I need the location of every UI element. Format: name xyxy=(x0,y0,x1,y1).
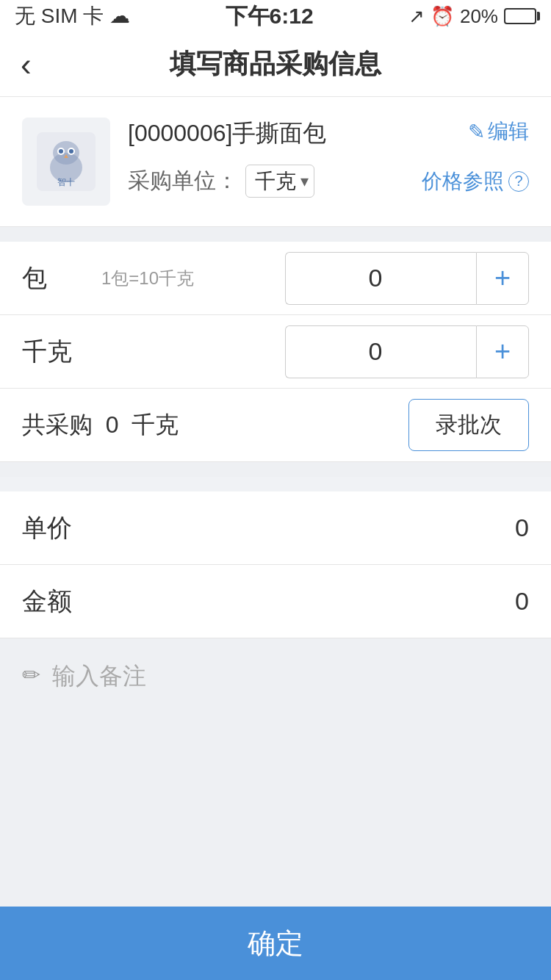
unit-price-row: 单价 0 xyxy=(0,491,551,565)
kg-input-row: 千克 + xyxy=(0,315,551,389)
unit-label: 采购单位： xyxy=(128,166,238,196)
svg-point-2 xyxy=(53,141,79,165)
price-ref-label: 价格参照 xyxy=(422,167,504,195)
svg-text:智十: 智十 xyxy=(57,177,75,187)
edit-button[interactable]: ✎ 编辑 xyxy=(468,118,529,145)
page-title: 填写商品采购信息 xyxy=(170,46,381,82)
total-label: 共采购 xyxy=(22,411,93,438)
unit-select-wrap[interactable]: 千克 包 xyxy=(238,165,314,198)
notes-pencil-icon: ✏ xyxy=(22,662,40,688)
detail-section: 单价 0 金额 0 xyxy=(0,491,551,638)
amount-value: 0 xyxy=(515,587,529,616)
product-logo-icon: 智十 xyxy=(37,132,96,191)
bag-input-row: 包 1包=10千克 + xyxy=(0,242,551,315)
product-card: 智十 [0000006]手撕面包 ✎ 编辑 采购单位： 千克 包 价格参照 xyxy=(0,97,551,227)
input-section: 包 1包=10千克 + 千克 + 共采购 0 千克 录批次 xyxy=(0,242,551,462)
status-right: ↗ ⏰ 20% xyxy=(408,5,536,28)
section-divider-1 xyxy=(0,227,551,242)
record-batch-button[interactable]: 录批次 xyxy=(408,399,529,451)
bag-quantity-input[interactable] xyxy=(285,252,476,305)
confirm-button[interactable]: 确定 xyxy=(0,907,551,980)
amount-row: 金额 0 xyxy=(0,565,551,638)
unit-price-label: 单价 xyxy=(22,511,72,545)
kg-plus-button[interactable]: + xyxy=(476,325,529,378)
svg-point-5 xyxy=(59,149,63,154)
price-ref-button[interactable]: 价格参照 ? xyxy=(422,167,529,195)
total-amount: 0 xyxy=(106,411,119,438)
edit-icon: ✎ xyxy=(468,120,485,144)
total-unit: 千克 xyxy=(132,411,179,438)
bag-plus-icon: + xyxy=(494,262,511,294)
status-left: 无 SIM 卡 ☁ xyxy=(15,2,130,30)
kg-plus-icon: + xyxy=(494,336,511,367)
alarm-icon: ⏰ xyxy=(431,5,454,28)
battery-icon xyxy=(504,8,536,24)
bag-sub-label: 1包=10千克 xyxy=(101,267,194,290)
total-row: 共采购 0 千克 录批次 xyxy=(0,389,551,462)
section-divider-2 xyxy=(0,462,551,477)
unit-row: 采购单位： 千克 包 价格参照 ? xyxy=(128,165,529,198)
bag-input-group: + xyxy=(285,252,529,305)
battery-percent: 20% xyxy=(460,5,498,28)
bag-label: 包 xyxy=(22,262,96,295)
kg-quantity-input[interactable] xyxy=(285,325,476,378)
product-info: [0000006]手撕面包 ✎ 编辑 采购单位： 千克 包 价格参照 ? xyxy=(128,118,529,198)
unit-selector-group: 采购单位： 千克 包 xyxy=(128,165,314,198)
location-icon: ↗ xyxy=(408,5,425,28)
help-icon: ? xyxy=(508,171,529,192)
product-thumbnail: 智十 xyxy=(22,118,110,206)
kg-label: 千克 xyxy=(22,335,96,369)
unit-select[interactable]: 千克 包 xyxy=(245,165,314,198)
product-name-row: [0000006]手撕面包 ✎ 编辑 xyxy=(128,118,529,150)
notes-section[interactable]: ✏ 输入备注 xyxy=(0,638,551,785)
edit-label: 编辑 xyxy=(488,118,529,145)
total-text: 共采购 0 千克 xyxy=(22,409,179,442)
product-name: [0000006]手撕面包 xyxy=(128,118,468,150)
status-bar: 无 SIM 卡 ☁ 下午6:12 ↗ ⏰ 20% xyxy=(0,0,551,32)
bag-plus-button[interactable]: + xyxy=(476,252,529,305)
svg-point-6 xyxy=(69,149,73,154)
notes-placeholder: 输入备注 xyxy=(52,660,146,693)
nav-bar: ‹ 填写商品采购信息 xyxy=(0,32,551,97)
kg-input-group: + xyxy=(285,325,529,378)
amount-label: 金额 xyxy=(22,585,72,619)
back-button[interactable]: ‹ xyxy=(21,48,32,81)
status-time: 下午6:12 xyxy=(226,1,314,32)
sim-status: 无 SIM 卡 ☁ xyxy=(15,2,130,30)
unit-price-value: 0 xyxy=(515,514,529,542)
